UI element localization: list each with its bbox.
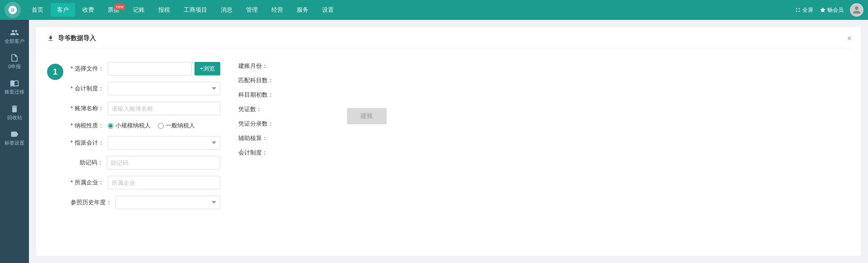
import-panel: 导爷数据导入 × 1 * 选择文件： +浏览	[36, 27, 861, 256]
right-inner: 建账月份： 匹配科目数： 科目期初数：	[238, 62, 850, 157]
right-col-1: 建账月份： 匹配科目数： 科目期初数：	[238, 62, 329, 157]
accountant-row: * 指派会计：	[71, 136, 220, 150]
avatar-icon	[852, 5, 861, 14]
file-icon	[10, 53, 19, 62]
right-accounting-system-label: 会计制度：	[238, 149, 275, 157]
form-body: 1 * 选择文件： +浏览 * 会计制度：	[47, 57, 850, 214]
nav-ticket[interactable]: 票据 new	[101, 3, 126, 17]
build-month-row: 建账月份：	[238, 62, 329, 70]
build-btn-col: 建账	[347, 62, 387, 157]
build-account-button[interactable]: 建账	[347, 108, 387, 124]
company-input[interactable]	[108, 176, 221, 189]
nav-manage[interactable]: 管理	[240, 3, 264, 17]
form-section: * 选择文件： +浏览 * 会计制度：	[71, 62, 220, 209]
nav-business[interactable]: 工商项目	[177, 3, 213, 17]
form-right: 建账月份： 匹配科目数： 科目期初数：	[238, 62, 850, 209]
file-input[interactable]	[108, 62, 192, 75]
ledger-name-row: * 账簿名称：	[71, 102, 220, 115]
file-label: * 选择文件：	[71, 65, 104, 73]
sidebar: 全部客户 0申报 账套迁移 回收站 标签设置	[0, 20, 29, 263]
file-row: * 选择文件： +浏览	[71, 62, 220, 75]
subject-initial-row: 科目期初数：	[238, 91, 329, 99]
ledger-name-input[interactable]	[108, 102, 221, 115]
nav-items: 首页 客户 收费 票据 new 记账 报税 工商项目 消息 管理 经营 服务 设…	[25, 3, 795, 17]
close-button[interactable]: ×	[847, 34, 852, 42]
top-right-actions: 全屏 畅会员	[795, 3, 863, 17]
tax-small-radio[interactable]: 小规模纳税人	[108, 122, 151, 130]
content-area: 导爷数据导入 × 1 * 选择文件： +浏览	[29, 20, 868, 263]
history-year-row: 参照历史年度：	[71, 196, 220, 209]
logo-icon	[8, 5, 18, 15]
nav-settings[interactable]: 设置	[316, 3, 340, 17]
nav-tax[interactable]: 报税	[152, 3, 176, 17]
tag-icon	[10, 130, 19, 139]
tax-type-label: * 纳税性质：	[71, 122, 104, 130]
accounting-system-select[interactable]	[108, 82, 221, 95]
match-subject-label: 匹配科目数：	[238, 76, 275, 85]
top-navigation: 首页 客户 收费 票据 new 记账 报税 工商项目 消息 管理 经营 服务 设…	[0, 0, 868, 20]
accounting-system-label: * 会计制度：	[71, 85, 104, 93]
nav-bookkeeping[interactable]: 记账	[127, 3, 151, 17]
history-year-select[interactable]	[115, 196, 220, 209]
memo-input[interactable]	[107, 156, 220, 169]
accountant-label: * 指派会计：	[71, 139, 104, 147]
vip-icon	[820, 7, 826, 13]
match-subject-row: 匹配科目数：	[238, 76, 329, 85]
voucher-entries-label: 凭证分录数：	[238, 120, 275, 128]
sidebar-item-recycle[interactable]: 回收站	[2, 101, 27, 124]
voucher-count-row: 凭证数：	[238, 105, 329, 113]
main-layout: 全部客户 0申报 账套迁移 回收站 标签设置 导爷数据导入 ×	[0, 20, 868, 263]
nav-operation[interactable]: 经营	[265, 3, 289, 17]
voucher-count-label: 凭证数：	[238, 105, 275, 113]
history-year-label: 参照历史年度：	[71, 198, 112, 207]
user-avatar[interactable]	[850, 3, 863, 17]
nav-charge[interactable]: 收费	[76, 3, 100, 17]
vip-button[interactable]: 畅会员	[820, 6, 844, 14]
trash-icon	[10, 104, 19, 113]
tax-radio-group: 小规模纳税人 一般纳税人	[108, 122, 195, 130]
form-left: 1 * 选择文件： +浏览 * 会计制度：	[47, 62, 220, 209]
import-icon	[47, 35, 54, 42]
sidebar-item-all-customers[interactable]: 全部客户	[2, 24, 27, 48]
nav-home[interactable]: 首页	[25, 3, 50, 17]
accounting-system-row: * 会计制度：	[71, 82, 220, 95]
nav-message[interactable]: 消息	[214, 3, 239, 17]
panel-header: 导爷数据导入	[47, 34, 850, 48]
auxiliary-label: 辅助核算：	[238, 134, 275, 142]
file-input-group: +浏览	[108, 62, 221, 75]
subject-initial-label: 科目期初数：	[238, 91, 275, 99]
memo-label: 助记码：	[71, 159, 103, 167]
auxiliary-row: 辅助核算：	[238, 134, 329, 142]
company-label: * 所属企业：	[71, 178, 104, 187]
accountant-select[interactable]	[108, 136, 221, 150]
ledger-name-label: * 账簿名称：	[71, 104, 104, 113]
sidebar-item-tag-settings[interactable]: 标签设置	[2, 126, 27, 150]
voucher-entries-row: 凭证分录数：	[238, 120, 329, 128]
tax-type-row: * 纳税性质： 小规模纳税人 一般纳税人	[71, 122, 220, 130]
new-badge: new	[114, 4, 125, 10]
fullscreen-icon	[795, 7, 801, 13]
memo-row: 助记码：	[71, 156, 220, 169]
build-month-label: 建账月份：	[238, 62, 275, 70]
book-icon	[10, 79, 19, 88]
sidebar-item-zero-declaration[interactable]: 0申报	[2, 50, 27, 73]
right-accounting-system-row: 会计制度：	[238, 149, 329, 157]
app-logo[interactable]	[5, 2, 21, 18]
browse-button[interactable]: +浏览	[194, 62, 221, 75]
tax-general-radio[interactable]: 一般纳税人	[158, 122, 195, 130]
nav-customer[interactable]: 客户	[51, 3, 75, 17]
sidebar-item-account-migration[interactable]: 账套迁移	[2, 75, 27, 99]
company-row: * 所属企业：	[71, 176, 220, 189]
nav-service[interactable]: 服务	[290, 3, 315, 17]
user-icon	[10, 28, 19, 37]
step-badge: 1	[47, 64, 63, 80]
fullscreen-button[interactable]: 全屏	[795, 6, 813, 14]
